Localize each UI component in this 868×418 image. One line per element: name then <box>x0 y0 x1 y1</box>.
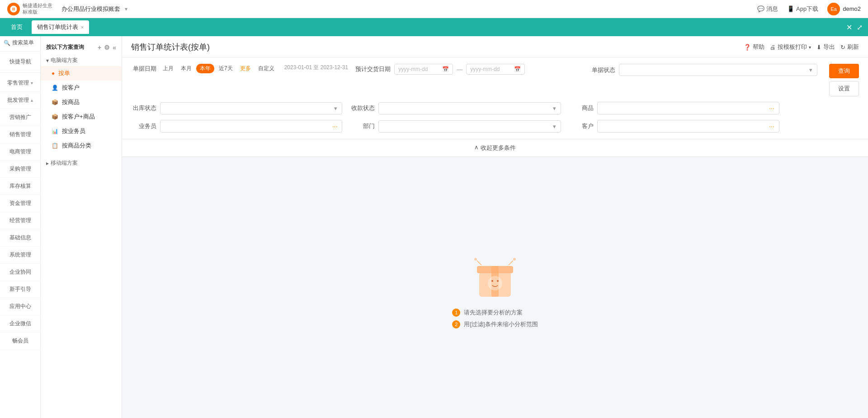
add-scheme-button[interactable]: + <box>98 44 101 51</box>
sidebar-item-appcenter[interactable]: 应用中心 <box>0 298 40 315</box>
customer-label: 客户 <box>568 122 594 130</box>
sidebar-item-marketing[interactable]: 营销推广 <box>0 109 40 126</box>
panel-item-by-salesman[interactable]: 📊 按业务员 <box>41 124 122 138</box>
svg-point-3 <box>488 276 502 290</box>
goods-input[interactable]: ··· <box>597 102 779 114</box>
sidebar-item-retail[interactable]: 零售管理 ▾ <box>0 75 40 92</box>
expected-date-start[interactable]: yyyy-mm-dd 📅 <box>394 64 453 75</box>
left-panel: 按以下方案查询 + ⚙ « ▾ 电脑端方案 ● 按单 👤 按客户 📦 按商品 📦… <box>41 36 122 418</box>
window-maximize-button[interactable]: ⤢ <box>857 23 863 32</box>
search-menu-button[interactable]: 🔍 搜索菜单 <box>0 36 40 49</box>
sidebar-item-system[interactable]: 系统管理 <box>0 247 40 264</box>
chevron-down-icon: ▾ <box>553 123 556 130</box>
empty-illustration <box>468 247 522 301</box>
sidebar-item-finance[interactable]: 资金管理 <box>0 195 40 212</box>
export-icon: ⬇ <box>816 44 821 51</box>
user-profile[interactable]: Ea demo2 <box>827 3 861 15</box>
page-title: 销售订单统计表(按单) <box>131 42 210 52</box>
sidebar-item-wholesale[interactable]: 批发管理 ▴ <box>0 92 40 109</box>
this-year-btn[interactable]: 本年 <box>196 64 214 73</box>
salesman-input[interactable]: ··· <box>160 120 342 133</box>
panel-group-pc[interactable]: ▾ 电脑端方案 <box>41 54 122 66</box>
svg-line-6 <box>509 261 513 265</box>
sidebar-item-inventory[interactable]: 库存核算 <box>0 178 40 195</box>
filter-row-2: 出库状态 ▾ 收款状态 ▾ 商品 <box>131 102 859 114</box>
chevron-down-icon: ▾ <box>553 105 556 112</box>
sidebar: 🔍 搜索菜单 快捷导航 零售管理 ▾ 批发管理 ▴ 营销推广 销售管理 电商管理… <box>0 36 41 418</box>
chevron-up-icon: ▴ <box>31 98 33 103</box>
sidebar-item-member[interactable]: 畅会员 <box>0 332 40 350</box>
message-button[interactable]: 💬 消息 <box>757 5 778 13</box>
more-icon: ··· <box>769 123 774 130</box>
tab-bar: 首页 销售订单统计表 × ✕ ⤢ <box>0 18 868 36</box>
payment-status-select[interactable]: ▾ <box>378 102 561 114</box>
sidebar-item-corpwx[interactable]: 企业微信 <box>0 315 40 332</box>
order-status-select[interactable]: ▾ <box>619 64 817 76</box>
panel-item-by-customer[interactable]: 👤 按客户 <box>41 81 122 95</box>
salesman-icon: 📊 <box>52 128 58 134</box>
settings-scheme-button[interactable]: ⚙ <box>104 44 110 51</box>
settings-button[interactable]: 设置 <box>829 81 859 96</box>
logo-area: 畅捷通好生意 标准版 <box>7 3 52 15</box>
app-title: 办公用品行业模拟账套 <box>61 5 120 13</box>
calendar-icon-end: 📅 <box>514 66 521 72</box>
panel-item-by-goods[interactable]: 📦 按商品 <box>41 95 122 109</box>
department-select[interactable]: ▾ <box>378 120 561 133</box>
department-group: 部门 ▾ <box>349 120 561 133</box>
query-button[interactable]: 查询 <box>829 64 859 78</box>
sidebar-item-basic[interactable]: 基础信息 <box>0 229 40 247</box>
sidebar-item-sales[interactable]: 销售管理 <box>0 126 40 143</box>
more-icon: ··· <box>332 123 338 130</box>
export-button[interactable]: ⬇ 导出 <box>816 43 835 51</box>
expected-date-end[interactable]: yyyy-mm-dd 📅 <box>466 64 525 75</box>
panel-item-by-goods-category[interactable]: 📋 按商品分类 <box>41 138 122 153</box>
panel-item-by-customer-goods[interactable]: 📦 按客户+商品 <box>41 109 122 124</box>
tab-close-button[interactable]: × <box>81 24 84 30</box>
order-icon: ● <box>52 70 55 76</box>
tab-sales-order-stats[interactable]: 销售订单统计表 × <box>32 20 89 34</box>
last7days-btn[interactable]: 近7天 <box>216 64 236 73</box>
sidebar-item-operations[interactable]: 经营管理 <box>0 212 40 229</box>
svg-point-4 <box>491 280 493 282</box>
chevron-down-icon: ▾ <box>334 105 337 112</box>
print-button[interactable]: 🖨 按模板打印 ▾ <box>770 43 811 51</box>
date-filter-group: 单据日期 上月 本月 本年 近7天 更多 自定义 <box>131 64 277 73</box>
date-quick-buttons: 上月 本月 本年 近7天 更多 自定义 <box>160 64 277 73</box>
customer-group: 客户 ··· <box>568 120 779 133</box>
collapse-bar[interactable]: ∧ 收起更多条件 <box>122 139 868 157</box>
category-icon: 📋 <box>52 142 58 149</box>
sidebar-quick-nav[interactable]: 快捷导航 <box>0 53 40 71</box>
custom-date-btn[interactable]: 自定义 <box>255 64 277 73</box>
sidebar-item-enterprise[interactable]: 企业协同 <box>0 264 40 281</box>
order-status-label: 单据状态 <box>590 66 615 74</box>
page-header: 销售订单统计表(按单) ❓ 帮助 🖨 按模板打印 ▾ ⬇ 导出 ↻ 刷新 <box>122 36 868 57</box>
refresh-button[interactable]: ↻ 刷新 <box>840 43 859 51</box>
last-month-btn[interactable]: 上月 <box>160 64 176 73</box>
payment-status-group: 收款状态 ▾ <box>349 102 561 114</box>
collapse-panel-button[interactable]: « <box>113 44 116 51</box>
help-button[interactable]: ❓ 帮助 <box>744 43 764 51</box>
date-label: 单据日期 <box>131 65 156 73</box>
this-month-btn[interactable]: 本月 <box>178 64 194 73</box>
panel-group-mobile[interactable]: ▸ 移动端方案 <box>41 157 122 169</box>
sidebar-item-purchase[interactable]: 采购管理 <box>0 161 40 178</box>
refresh-icon: ↻ <box>840 44 845 51</box>
top-bar-left: 畅捷通好生意 标准版 办公用品行业模拟账套 ▾ <box>7 3 127 15</box>
svg-point-5 <box>497 280 499 282</box>
sidebar-item-newbie[interactable]: 新手引导 <box>0 281 40 298</box>
logo-icon <box>7 3 20 15</box>
app-download-button[interactable]: 📱 App下载 <box>787 5 818 13</box>
top-bar: 畅捷通好生意 标准版 办公用品行业模拟账套 ▾ 💬 消息 📱 App下载 Ea … <box>0 0 868 18</box>
shipping-status-select[interactable]: ▾ <box>160 102 342 114</box>
tab-home[interactable]: 首页 <box>4 18 30 36</box>
chevron-right-icon: ▸ <box>46 160 49 166</box>
filter-row-1: 单据日期 上月 本月 本年 近7天 更多 自定义 2023-01-01 至 20… <box>131 64 859 96</box>
sidebar-item-ecommerce[interactable]: 电商管理 <box>0 143 40 161</box>
customer-input[interactable]: ··· <box>597 120 779 133</box>
panel-item-by-order[interactable]: ● 按单 <box>41 66 122 81</box>
chevron-down-icon: ▾ <box>809 66 812 73</box>
more-date-btn[interactable]: 更多 <box>237 64 254 73</box>
app-title-arrow: ▾ <box>125 6 127 12</box>
payment-status-label: 收款状态 <box>349 104 375 112</box>
window-close-button[interactable]: ✕ <box>846 23 852 32</box>
